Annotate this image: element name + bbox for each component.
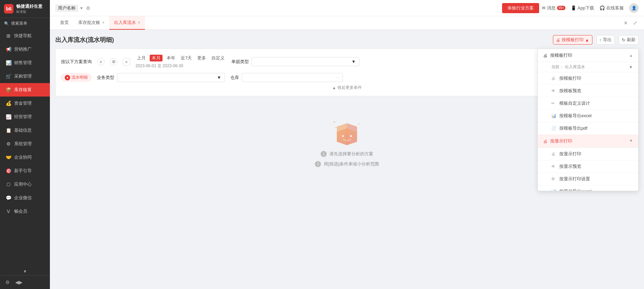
sidebar-item-app-center[interactable]: ⬡应用中心: [0, 178, 50, 191]
sidebar-item-inventory[interactable]: 📦库存核算: [0, 83, 50, 97]
display-export-excel-item[interactable]: 📊 按显示导出excel: [538, 185, 638, 191]
template-custom-item-label: 模板自定义设计: [559, 100, 590, 106]
filter-add-button[interactable]: +: [97, 58, 105, 65]
tab-batch[interactable]: 库存批次账×: [74, 16, 109, 30]
date-tab-自定义[interactable]: 自定义: [210, 54, 226, 62]
date-tab-上月[interactable]: 上月: [136, 54, 147, 62]
sidebar-item-quick-nav[interactable]: ⊞快捷导航: [0, 29, 50, 43]
display-settings-icon: ⚙: [551, 176, 557, 182]
warehouse-more-icon: ···: [335, 75, 339, 80]
display-print-item[interactable]: 🖨 按显示打印: [538, 148, 638, 160]
nav-icon-membership: V: [5, 209, 11, 214]
template-print-section-label: 按模板打印: [550, 52, 572, 58]
display-section-arrow: ▲: [629, 139, 633, 143]
business-type-select[interactable]: ▼: [117, 73, 225, 82]
filter-tag-icon: ●: [65, 75, 70, 80]
date-tab-本年[interactable]: 本年: [165, 54, 177, 62]
page-content: 出入库流水(流水明细) 🖨 按模板打印 ▲ ↑ 导出 ↻ 刷新: [50, 30, 644, 289]
type-filter: 单据类型 ▼: [231, 57, 359, 66]
header-user-dropdown-icon[interactable]: ▼: [80, 6, 83, 10]
sidebar-collapse-icon[interactable]: ◀▶: [15, 280, 23, 285]
nav-label-operations: 经营管理: [14, 114, 32, 120]
date-tab-近7天[interactable]: 近7天: [179, 54, 193, 62]
template-print-item[interactable]: 🖨 按模板打印: [538, 72, 638, 85]
tab-close-flow[interactable]: ×: [138, 21, 140, 25]
template-print-section-header[interactable]: 🖨 按模板打印 ▲: [538, 49, 638, 62]
sidebar-search[interactable]: 🔍 搜索菜单: [0, 18, 50, 29]
nav-label-inventory: 库存核算: [14, 87, 32, 93]
refresh-button[interactable]: ↻ 刷新: [619, 35, 639, 45]
tab-flow[interactable]: 出入库流水×: [109, 16, 145, 30]
sidebar-item-enterprise[interactable]: 🤝企业协同: [0, 151, 50, 164]
date-filter: 上月本月本年近7天更多自定义 2023-06-01 至 2023-06-30: [136, 54, 226, 69]
business-type-label: 业务类型: [97, 75, 114, 81]
collapse-button[interactable]: ▲ 收起更多条件: [332, 85, 362, 90]
display-section-header-left: 🖨 按显示打印: [543, 138, 572, 144]
nav-icon-marketing: 📢: [5, 47, 11, 52]
nav-icon-wecom: 💬: [5, 195, 11, 201]
page-header: 出入库流水(流水明细) 🖨 按模板打印 ▲ ↑ 导出 ↻ 刷新: [55, 35, 639, 45]
message-item[interactable]: ✉ 消息 99+: [542, 5, 565, 11]
filter-collapse-button[interactable]: «: [123, 58, 130, 65]
template-print-button[interactable]: 🖨 按模板打印 ▲: [553, 35, 592, 45]
app-download-item[interactable]: 📱 App下载: [571, 5, 594, 11]
settings-icon[interactable]: ⚙: [5, 280, 10, 285]
export-button[interactable]: ↑ 导出: [596, 35, 615, 45]
sidebar-scroll-down[interactable]: ▼: [0, 268, 50, 275]
sidebar-item-system[interactable]: ⚙系统管理: [0, 137, 50, 151]
display-preview-item[interactable]: 👁 按显示预览: [538, 160, 638, 173]
warehouse-label: 仓库: [230, 75, 239, 81]
business-type-wrap: 业务类型 ▼: [97, 73, 225, 82]
close-tab-icon[interactable]: ✕: [622, 19, 629, 27]
display-print-settings-item[interactable]: ⚙ 按显示打印设置: [538, 173, 638, 185]
current-value: 出入库流水: [565, 64, 585, 70]
sidebar-item-guide[interactable]: 🎯新手引导: [0, 164, 50, 178]
sidebar-item-base-info[interactable]: 📋基础信息: [0, 124, 50, 137]
page-title: 出入库流水(流水明细): [55, 36, 114, 44]
nav-label-sales: 销售管理: [14, 60, 32, 66]
template-print-label: 按模板打印: [562, 37, 584, 43]
print-icon: 🖨: [556, 37, 560, 43]
template-export-excel-label: 按模板导出excel: [559, 113, 591, 119]
warehouse-select[interactable]: ···: [242, 73, 343, 82]
sidebar-item-finance[interactable]: 💰资金管理: [0, 97, 50, 110]
trial-button[interactable]: 体验行业方案: [502, 3, 539, 13]
sidebar-item-operations[interactable]: 📈经营管理: [0, 110, 50, 124]
sidebar-item-marketing[interactable]: 📢营销推广: [0, 43, 50, 56]
type-dropdown-icon: ▼: [351, 59, 356, 64]
template-export-pdf-item[interactable]: 📄 按模板导出pdf: [538, 122, 638, 135]
template-preview-item-label: 按模板预览: [559, 88, 581, 94]
sidebar-item-purchase[interactable]: 🛒采购管理: [0, 70, 50, 83]
template-custom-item[interactable]: ✏ 模板自定义设计: [538, 97, 638, 110]
sidebar-item-wecom[interactable]: 💬企业微信: [0, 191, 50, 205]
nav-icon-system: ⚙: [5, 141, 11, 147]
sidebar-item-membership[interactable]: V畅会员: [0, 205, 50, 218]
template-export-excel-item[interactable]: 📊 按模板导出excel: [538, 110, 638, 122]
type-select[interactable]: ▼: [252, 57, 359, 66]
expand-tab-icon[interactable]: ⤢: [632, 19, 639, 27]
header-gear-icon[interactable]: ⚙: [86, 5, 90, 11]
user-avatar[interactable]: 👤: [629, 3, 639, 13]
tab-home[interactable]: 首页: [55, 16, 74, 30]
date-tab-本月[interactable]: 本月: [150, 55, 163, 61]
sidebar-logo: b6 畅捷通好生意 标准版: [0, 0, 50, 18]
app-subtitle: 标准版: [16, 9, 42, 14]
display-print-section-header[interactable]: 🖨 按显示打印 ▲: [538, 135, 638, 148]
main-area: 用户名称 ▼ ⚙ 体验行业方案 ✉ 消息 99+ 📱 App下载 🎧 在线客服 …: [50, 0, 644, 289]
online-service-item[interactable]: 🎧 在线客服: [599, 5, 624, 11]
date-tab-更多[interactable]: 更多: [196, 54, 207, 62]
sidebar-item-sales[interactable]: 📊销售管理: [0, 56, 50, 70]
nav-label-finance: 资金管理: [14, 100, 32, 106]
nav-label-marketing: 营销推广: [14, 46, 32, 52]
tab-close-batch[interactable]: ×: [102, 21, 105, 25]
export-icon: ↑: [599, 37, 602, 43]
filter-settings-button[interactable]: ⚙: [110, 58, 117, 65]
app-logo-text: 畅捷通好生意 标准版: [16, 3, 42, 14]
nav-icon-sales: 📊: [5, 60, 11, 65]
business-type-dropdown-icon: ▼: [217, 75, 221, 80]
refresh-label: 刷新: [627, 37, 636, 43]
template-print-item-label: 按模板打印: [559, 75, 581, 81]
template-preview-item[interactable]: 👁 按模板预览: [538, 85, 638, 97]
step-2-num: 2: [315, 161, 321, 167]
svg-text:✦: ✦: [358, 123, 360, 126]
